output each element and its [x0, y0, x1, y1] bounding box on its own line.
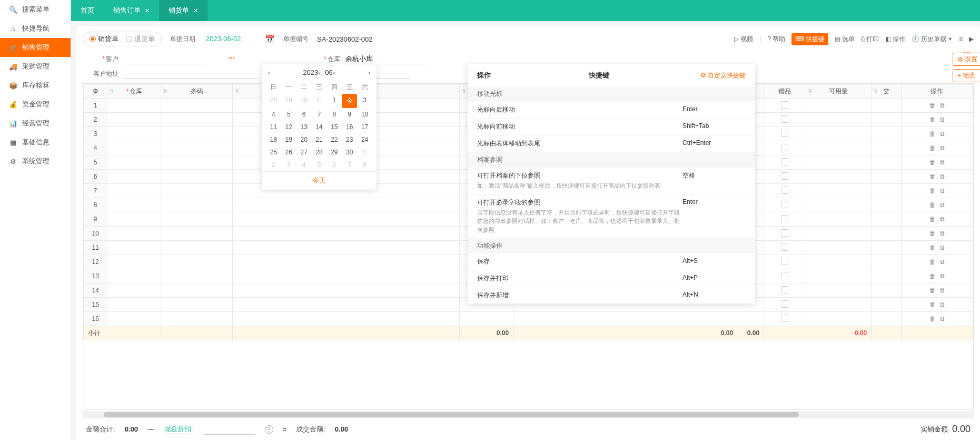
cell[interactable] — [161, 155, 233, 170]
copy-icon[interactable]: ⧉ — [940, 130, 945, 138]
gift-cell[interactable] — [764, 212, 806, 227]
close-icon[interactable]: ✕ — [145, 7, 150, 14]
copy-icon[interactable]: ⧉ — [940, 272, 945, 280]
copy-icon[interactable]: ⧉ — [940, 187, 945, 194]
cell[interactable] — [460, 312, 513, 326]
cell[interactable] — [872, 155, 902, 170]
tab-0[interactable]: 首页 — [71, 0, 104, 21]
checkbox[interactable] — [781, 187, 788, 194]
cell[interactable] — [806, 212, 872, 227]
cell[interactable] — [107, 198, 161, 212]
checkbox[interactable] — [781, 258, 788, 265]
day-next[interactable]: 1 — [357, 146, 372, 159]
cell[interactable] — [233, 312, 460, 326]
day-5[interactable]: 5 — [281, 108, 296, 121]
cell[interactable] — [872, 212, 902, 227]
cell[interactable] — [107, 283, 161, 298]
copy-icon[interactable]: ⧉ — [940, 315, 945, 322]
cell[interactable] — [233, 283, 460, 298]
checkbox[interactable] — [781, 243, 788, 251]
cell[interactable] — [872, 99, 902, 113]
cell[interactable] — [806, 99, 872, 113]
checkbox[interactable] — [781, 115, 788, 123]
gift-cell[interactable] — [764, 241, 806, 255]
sidebar-item-8[interactable]: ⚙系统管理 — [0, 152, 71, 171]
next-month-icon[interactable]: › — [368, 69, 370, 76]
print-link[interactable]: ⎙打印 — [861, 35, 879, 44]
cell[interactable] — [806, 241, 872, 255]
day-18[interactable]: 18 — [266, 133, 281, 146]
help-circle-icon[interactable]: ? — [265, 425, 273, 434]
delete-icon[interactable]: 🗑 — [929, 315, 936, 322]
close-icon[interactable]: ✕ — [193, 7, 198, 14]
checkbox[interactable] — [781, 272, 788, 279]
day-2[interactable]: 今 — [342, 94, 357, 108]
cell[interactable] — [161, 170, 233, 184]
cell[interactable] — [107, 127, 161, 141]
checkbox[interactable] — [781, 144, 788, 151]
cell[interactable] — [806, 141, 872, 155]
video-link[interactable]: ▷视频 — [734, 35, 753, 44]
gift-cell[interactable] — [764, 127, 806, 141]
day-next[interactable]: 6 — [326, 159, 342, 171]
copy-icon[interactable]: ⧉ — [940, 201, 945, 209]
warehouse-input[interactable] — [344, 54, 429, 64]
cell[interactable] — [872, 113, 902, 127]
day-prev[interactable]: 29 — [281, 94, 296, 108]
delete-icon[interactable]: 🗑 — [929, 144, 936, 152]
delete-icon[interactable]: 🗑 — [929, 287, 936, 294]
cell[interactable] — [107, 155, 161, 170]
filter-more-icon[interactable]: ⋯ — [964, 48, 971, 56]
sidebar-item-1[interactable]: ⌂快捷导航 — [0, 19, 71, 38]
cell[interactable] — [233, 227, 460, 241]
col-deliver[interactable]: ⇅交 — [872, 84, 902, 99]
delete-icon[interactable]: 🗑 — [929, 102, 936, 109]
cell[interactable] — [107, 227, 161, 241]
cell[interactable] — [107, 99, 161, 113]
day-28[interactable]: 28 — [312, 146, 327, 159]
copy-icon[interactable]: ⧉ — [940, 173, 945, 180]
cell[interactable] — [806, 198, 872, 212]
cell[interactable] — [872, 283, 902, 298]
help-link[interactable]: ?帮助 — [767, 35, 785, 44]
cell[interactable] — [233, 269, 460, 283]
cell[interactable] — [233, 241, 460, 255]
radio-return[interactable]: 退货单 — [126, 34, 155, 44]
year-select[interactable]: 2023▾ — [303, 69, 321, 76]
copy-icon[interactable]: ⧉ — [940, 287, 945, 294]
cell[interactable] — [107, 241, 161, 255]
delete-icon[interactable]: 🗑 — [929, 272, 936, 280]
day-17[interactable]: 17 — [357, 121, 372, 133]
cell[interactable] — [806, 312, 872, 326]
cell[interactable] — [806, 127, 872, 141]
gift-cell[interactable] — [764, 198, 806, 212]
gift-cell[interactable] — [764, 269, 806, 283]
day-prev[interactable]: 30 — [296, 94, 312, 108]
checkbox[interactable] — [781, 130, 788, 137]
day-next[interactable]: 5 — [312, 159, 327, 171]
day-11[interactable]: 11 — [266, 121, 281, 133]
cell[interactable] — [233, 198, 460, 212]
ops-link[interactable]: ◧操作 — [885, 35, 905, 44]
cell[interactable] — [806, 155, 872, 170]
cell[interactable] — [806, 283, 872, 298]
cell[interactable] — [161, 212, 233, 227]
gift-cell[interactable] — [764, 155, 806, 170]
calendar-icon[interactable]: 📅 — [265, 34, 275, 44]
day-13[interactable]: 13 — [296, 121, 312, 133]
delete-icon[interactable]: 🗑 — [929, 216, 936, 223]
day-next[interactable]: 3 — [281, 159, 296, 171]
delete-icon[interactable]: 🗑 — [929, 173, 936, 180]
delete-icon[interactable]: 🗑 — [929, 159, 936, 166]
cell[interactable] — [872, 227, 902, 241]
gift-cell[interactable] — [764, 170, 806, 184]
cell[interactable] — [872, 269, 902, 283]
day-next[interactable]: 2 — [266, 159, 281, 171]
cell[interactable] — [161, 283, 233, 298]
gift-cell[interactable] — [764, 184, 806, 198]
copy-icon[interactable]: ⧉ — [940, 258, 945, 266]
cell[interactable] — [806, 227, 872, 241]
day-next[interactable]: 7 — [342, 159, 357, 171]
delete-icon[interactable]: 🗑 — [929, 130, 936, 138]
custom-hotkey-link[interactable]: ⚙自定义快捷键 — [700, 71, 746, 80]
